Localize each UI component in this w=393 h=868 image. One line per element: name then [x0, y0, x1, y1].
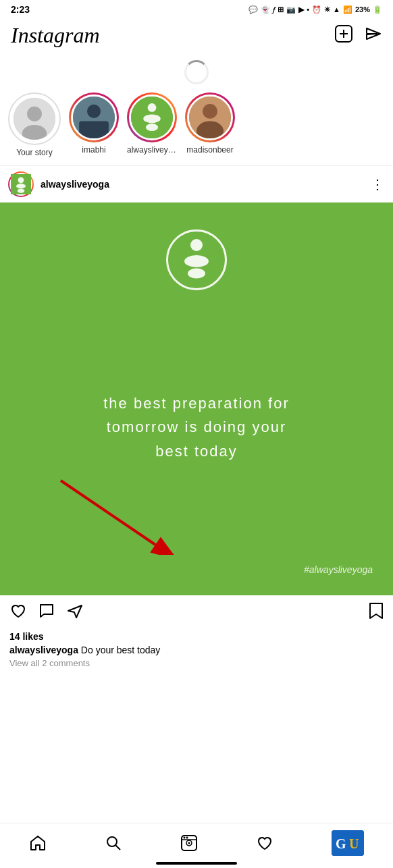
share-button[interactable] [66, 602, 84, 624]
svg-point-20 [190, 239, 203, 251]
gadgets-to-use-badge: G U [332, 830, 364, 856]
post-more-button[interactable]: ⋮ [371, 176, 385, 192]
post-quote: the best preparation for tomorrow is doi… [103, 391, 289, 463]
status-icons: 💬 👻 𝑓 ⊞ 📷 ▶ • ⏰ ✳ ▲ 📶 23% 🔋 [248, 5, 382, 14]
story-item-your-story[interactable]: Your story [8, 92, 61, 157]
grid-icon: ⊞ [278, 5, 284, 14]
save-button[interactable] [369, 602, 384, 624]
view-comments[interactable]: View all 2 comments [9, 658, 384, 668]
story-name-madisonbeer: madisonbeer [186, 145, 233, 155]
like-button[interactable] [9, 602, 27, 624]
svg-point-32 [186, 837, 188, 839]
post-header: alwaysliveyoga ⋮ [0, 166, 393, 202]
snapchat-icon: 👻 [261, 5, 270, 14]
story-avatar-your-story [11, 96, 57, 142]
story-avatar-imabhi [71, 94, 117, 140]
direct-messages-button[interactable] [365, 25, 382, 47]
nav-home-button[interactable] [29, 834, 47, 852]
battery-icon: 🔋 [373, 5, 382, 14]
nav-heart-button[interactable] [256, 834, 273, 852]
stories-container: Your story imabhi [0, 55, 393, 166]
caption-text: Do your best today [81, 645, 161, 655]
story-ring-alwaysliveyoga [127, 92, 177, 142]
svg-point-17 [18, 177, 24, 183]
header-actions [335, 25, 382, 47]
comment-button[interactable] [38, 602, 55, 624]
story-name-imabhi: imabhi [82, 145, 105, 155]
alarm-icon: ⏰ [312, 5, 321, 14]
status-time: 2:23 [11, 4, 30, 15]
facebook-icon: 𝑓 [273, 5, 275, 14]
story-name-your-story: Your story [16, 148, 53, 157]
post-actions [0, 595, 393, 631]
post-logo-circle [166, 229, 227, 290]
story-name-alwaysliveyoga: alwaysliveyoga [127, 145, 177, 155]
svg-point-12 [146, 124, 158, 131]
post-user-avatar [9, 173, 32, 196]
svg-point-18 [16, 184, 26, 188]
story-avatar-alwaysliveyoga [129, 94, 175, 140]
bluetooth-icon: ✳ [324, 5, 330, 14]
svg-point-21 [184, 255, 209, 267]
battery-percent: 23% [355, 5, 370, 13]
svg-rect-8 [79, 121, 109, 138]
svg-point-10 [148, 103, 157, 112]
stories-row: Your story imabhi [0, 90, 393, 163]
story-item-alwaysliveyoga[interactable]: alwaysliveyoga [127, 92, 177, 157]
post-image: the best preparation for tomorrow is doi… [0, 202, 393, 595]
story-avatar-madisonbeer [187, 94, 233, 140]
svg-line-26 [115, 845, 120, 850]
svg-text:U: U [349, 836, 359, 851]
new-post-button[interactable] [335, 25, 352, 47]
svg-point-4 [27, 107, 42, 121]
story-ring-your-story [8, 92, 61, 145]
svg-point-19 [18, 189, 25, 193]
post-hashtag: #alwaysliveyoga [304, 564, 373, 575]
instagram-icon: 📷 [286, 5, 296, 14]
status-bar: 2:23 💬 👻 𝑓 ⊞ 📷 ▶ • ⏰ ✳ ▲ 📶 23% 🔋 [0, 0, 393, 19]
story-item-madisonbeer[interactable]: madisonbeer [185, 92, 235, 157]
app-logo: Instagram [11, 23, 100, 48]
red-arrow [54, 474, 176, 555]
svg-point-22 [188, 269, 205, 279]
post-username[interactable]: alwaysliveyoga [41, 179, 109, 190]
svg-text:G: G [336, 836, 346, 851]
signal-icon: 📶 [343, 5, 352, 14]
message-icon: 💬 [248, 5, 258, 14]
svg-point-31 [184, 837, 186, 839]
svg-point-11 [143, 114, 161, 123]
svg-point-29 [188, 842, 190, 844]
bottom-nav: G U [0, 823, 393, 868]
post-actions-left [9, 602, 84, 624]
story-item-imabhi[interactable]: imabhi [69, 92, 119, 157]
svg-point-25 [107, 837, 117, 846]
home-indicator [156, 862, 237, 865]
wifi-icon: ▲ [333, 5, 340, 13]
nav-search-button[interactable] [105, 834, 122, 852]
post-info: 14 likes alwaysliveyoga Do your best tod… [0, 631, 393, 672]
app-header: Instagram [0, 19, 393, 55]
svg-line-24 [61, 481, 155, 545]
nav-reels-button[interactable] [180, 834, 198, 852]
post-caption: alwaysliveyoga Do your best today [9, 645, 384, 655]
svg-point-14 [203, 104, 217, 119]
likes-count: 14 likes [9, 631, 384, 642]
story-ring-imabhi [69, 92, 119, 142]
caption-username[interactable]: alwaysliveyoga [9, 645, 78, 655]
svg-point-7 [87, 105, 101, 118]
post-user-info: alwaysliveyoga [8, 171, 109, 197]
story-ring-madisonbeer [185, 92, 235, 142]
post-user-avatar-ring [8, 171, 34, 197]
loading-indicator [184, 60, 209, 84]
dot-icon: • [307, 5, 309, 13]
youtube-icon: ▶ [298, 5, 304, 14]
